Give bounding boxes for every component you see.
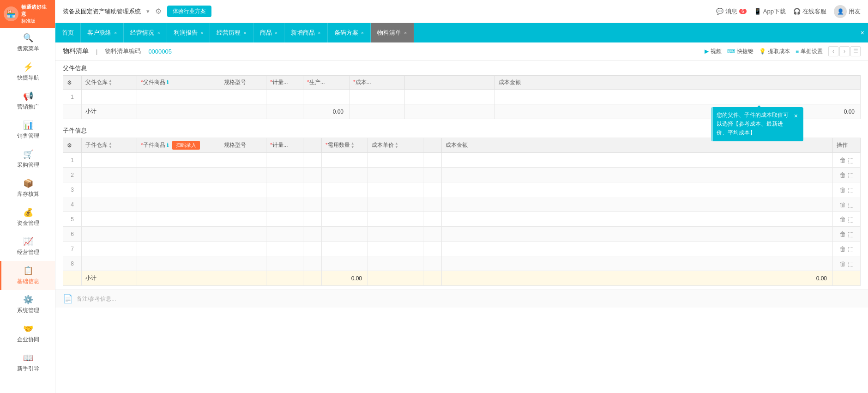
copy-icon-5[interactable]: ⬚ (848, 216, 854, 223)
copy-icon-2[interactable]: ⬚ (848, 171, 854, 179)
trial-button[interactable]: 体验行业方案 (167, 6, 211, 17)
nav-tab-经营情况[interactable]: 经营情况× (124, 23, 167, 42)
child-unit-7[interactable] (266, 242, 303, 256)
nav-tab-新增商品[interactable]: 新增商品× (284, 23, 327, 42)
child-settings-icon[interactable]: ⚙ (67, 142, 72, 149)
single-settings-action[interactable]: ≡ 单据设置 (796, 48, 823, 55)
child-product-6[interactable] (137, 227, 220, 242)
child-unit-price-6[interactable] (368, 227, 423, 242)
copy-icon-1[interactable]: ⬚ (848, 157, 854, 164)
delete-icon-3[interactable]: 🗑 (839, 186, 846, 193)
parent-cost-1[interactable] (350, 90, 405, 104)
tooltip-close-button[interactable]: × (794, 111, 798, 121)
child-unit-price-5[interactable] (368, 212, 423, 227)
child-qty-7[interactable] (322, 242, 368, 256)
child-unit-price-2[interactable] (368, 168, 423, 182)
child-product-5[interactable] (137, 212, 220, 227)
message-button[interactable]: 💬 消息 6 (716, 7, 747, 16)
child-warehouse-6[interactable] (82, 227, 137, 242)
next-arrow[interactable]: › (839, 46, 850, 56)
child-warehouse-5[interactable] (82, 212, 137, 227)
child-unit-8[interactable] (266, 256, 303, 271)
child-unit-price-4[interactable] (368, 197, 423, 212)
child-qty-4[interactable] (322, 197, 368, 212)
sidebar-item-新手引导[interactable]: 📖新手引导 (0, 348, 55, 377)
nav-tab-商品[interactable]: 商品× (253, 23, 284, 42)
copy-icon-6[interactable]: ⬚ (848, 230, 854, 238)
child-warehouse-7[interactable] (82, 242, 137, 256)
delete-icon-2[interactable]: 🗑 (839, 171, 846, 179)
parent-unit-1[interactable] (266, 90, 303, 104)
delete-icon-5[interactable]: 🗑 (839, 216, 846, 223)
child-product-4[interactable] (137, 197, 220, 212)
parent-spec-1[interactable] (220, 90, 266, 104)
system-dropdown-icon[interactable]: ▾ (146, 8, 150, 15)
delete-icon-7[interactable]: 🗑 (839, 245, 846, 253)
sidebar-item-资金管理[interactable]: 💰资金管理 (0, 203, 55, 232)
copy-icon-4[interactable]: ⬚ (848, 201, 854, 208)
app-download-button[interactable]: 📱 App下载 (754, 7, 786, 16)
nav-tab-客户联络[interactable]: 客户联络× (81, 23, 124, 42)
view-action[interactable]: ▶ 视频 (705, 48, 722, 55)
child-unit-4[interactable] (266, 197, 303, 212)
gear-icon[interactable]: ⚙ (155, 7, 162, 16)
parent-settings-icon[interactable]: ⚙ (67, 79, 72, 86)
child-qty-6[interactable] (322, 227, 368, 242)
child-unit-1[interactable] (266, 153, 303, 168)
prev-arrow[interactable]: ‹ (828, 46, 838, 56)
child-spec-8[interactable] (220, 256, 266, 271)
child-unit-price-3[interactable] (368, 182, 423, 197)
shortcut-action[interactable]: ⌨ 快捷键 (727, 48, 753, 55)
child-product-2[interactable] (137, 168, 220, 182)
parent-product-1[interactable] (137, 90, 220, 104)
sidebar-item-经营管理[interactable]: 📈经营管理 (0, 232, 55, 261)
child-spec-3[interactable] (220, 182, 266, 197)
child-product-8[interactable] (137, 256, 220, 271)
sidebar-item-营销推广[interactable]: 📢营销推广 (0, 86, 55, 115)
sidebar-item-企业协同[interactable]: 🤝企业协同 (0, 319, 55, 348)
nav-tab-首页[interactable]: 首页 (55, 23, 81, 42)
child-qty-2[interactable] (322, 168, 368, 182)
nav-tab-利润报告[interactable]: 利润报告× (167, 23, 210, 42)
sidebar-item-快捷导航[interactable]: ⚡快捷导航 (0, 57, 55, 86)
child-warehouse-3[interactable] (82, 182, 137, 197)
child-spec-7[interactable] (220, 242, 266, 256)
child-spec-4[interactable] (220, 197, 266, 212)
parent-warehouse-1[interactable] (82, 90, 137, 104)
child-qty-8[interactable] (322, 256, 368, 271)
menu-arrow[interactable]: ☰ (850, 46, 861, 56)
child-qty-1[interactable] (322, 153, 368, 168)
scan-button[interactable]: 扫码录入 (172, 141, 200, 150)
sidebar-item-采购管理[interactable]: 🛒采购管理 (0, 145, 55, 174)
sidebar-item-系统管理[interactable]: ⚙️系统管理 (0, 290, 55, 319)
child-unit-5[interactable] (266, 212, 303, 227)
child-unit-price-8[interactable] (368, 256, 423, 271)
sidebar-item-搜索菜单[interactable]: 🔍搜索菜单 (0, 28, 55, 57)
child-qty-5[interactable] (322, 212, 368, 227)
child-spec-2[interactable] (220, 168, 266, 182)
nav-tab-条码方案[interactable]: 条码方案× (328, 23, 371, 42)
child-unit-price-1[interactable] (368, 153, 423, 168)
tab-close-all-button[interactable]: × (857, 29, 868, 36)
child-warehouse-1[interactable] (82, 153, 137, 168)
child-unit-2[interactable] (266, 168, 303, 182)
delete-icon-1[interactable]: 🗑 (839, 157, 846, 164)
child-spec-5[interactable] (220, 212, 266, 227)
copy-icon-3[interactable]: ⬚ (848, 186, 854, 193)
nav-tab-经营历程[interactable]: 经营历程× (210, 23, 253, 42)
nav-tab-物料清单[interactable]: 物料清单× (371, 23, 414, 42)
child-product-3[interactable] (137, 182, 220, 197)
child-qty-3[interactable] (322, 182, 368, 197)
sidebar-item-销售管理[interactable]: 📊销售管理 (0, 115, 55, 145)
delete-icon-6[interactable]: 🗑 (839, 230, 846, 238)
sidebar-item-基础信息[interactable]: 📋基础信息 (0, 261, 55, 290)
user-menu[interactable]: 👤 用友 (834, 5, 861, 18)
copy-icon-7[interactable]: ⬚ (848, 245, 854, 253)
child-unit-price-7[interactable] (368, 242, 423, 256)
child-warehouse-4[interactable] (82, 197, 137, 212)
child-spec-6[interactable] (220, 227, 266, 242)
child-unit-6[interactable] (266, 227, 303, 242)
child-spec-1[interactable] (220, 153, 266, 168)
parent-production-1[interactable] (303, 90, 350, 104)
child-unit-3[interactable] (266, 182, 303, 197)
